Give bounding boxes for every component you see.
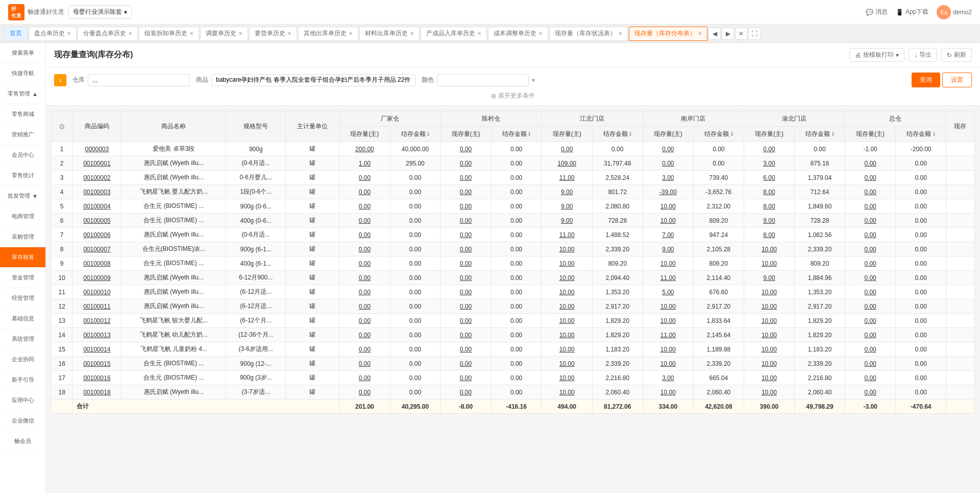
print-button[interactable]: 🖨 按模板打印 ▾ — [849, 48, 904, 62]
goods-input[interactable] — [211, 74, 415, 86]
row-chenxi-qty[interactable]: 0.00 — [440, 271, 492, 285]
row-chenxi-qty[interactable]: 0.00 — [440, 357, 492, 371]
row-code[interactable]: 00100010 — [72, 285, 121, 299]
sidebar-item-retail-mgmt[interactable]: 零售管理 ▲ — [0, 84, 45, 104]
row-jiangbei-qty[interactable]: 10.00 — [542, 371, 593, 385]
row-total-qty[interactable]: 0.00 — [845, 299, 896, 314]
tab-material-out[interactable]: 材料出库单历史 ✕ — [359, 27, 420, 41]
row-factory-qty[interactable]: 0.00 — [339, 314, 390, 328]
sidebar-item-member-plus[interactable]: 畅会员 — [0, 431, 45, 452]
row-chenxi-qty[interactable]: 0.00 — [440, 199, 492, 214]
row-code[interactable]: 0000003 — [72, 142, 121, 156]
row-factory-qty[interactable]: 0.00 — [339, 371, 390, 385]
row-jiangbei-qty[interactable]: 9.00 — [542, 185, 593, 199]
row-nanan-qty[interactable]: -39.00 — [643, 185, 694, 199]
row-factory-qty[interactable]: 0.00 — [339, 357, 390, 371]
row-total-qty[interactable]: 0.00 — [845, 285, 896, 299]
sidebar-item-quick-nav[interactable]: 快捷导航 — [0, 63, 45, 84]
message-btn[interactable]: 💬 消息 — [866, 8, 888, 16]
row-chenxi-qty[interactable]: 0.00 — [440, 142, 492, 156]
row-yubeimen-qty[interactable]: 9.00 — [744, 214, 795, 228]
row-nanan-qty[interactable]: 3.00 — [643, 171, 694, 185]
row-jiangbei-qty[interactable]: 10.00 — [542, 242, 593, 256]
user-profile[interactable]: Ea demo2 — [937, 5, 972, 19]
sidebar-item-inventory-check[interactable]: 库存核算 — [0, 247, 45, 268]
color-input[interactable] — [437, 74, 529, 86]
row-yubeimen-qty[interactable]: 10.00 — [744, 256, 795, 271]
row-factory-qty[interactable]: 0.00 — [339, 271, 390, 285]
export-button[interactable]: ↓ 导出 — [909, 48, 937, 62]
row-total-qty[interactable]: 0.00 — [845, 328, 896, 342]
tab-other-out[interactable]: 其他出库单历史 ✕ — [298, 27, 358, 41]
gear-button[interactable]: ⚙ — [59, 123, 65, 131]
row-total-qty[interactable]: 0.00 — [845, 242, 896, 256]
row-jiangbei-qty[interactable]: 11.00 — [542, 228, 593, 242]
row-factory-qty[interactable]: 1.00 — [339, 156, 390, 171]
row-jiangbei-qty[interactable]: 10.00 — [542, 342, 593, 357]
row-code[interactable]: 00100007 — [72, 242, 121, 256]
close-icon[interactable]: ✕ — [287, 31, 291, 36]
row-jiangbei-qty[interactable]: 10.00 — [542, 271, 593, 285]
row-factory-qty[interactable]: 0.00 — [339, 328, 390, 342]
info-icon[interactable]: ℹ — [933, 131, 935, 137]
row-factory-qty[interactable]: 0.00 — [339, 299, 390, 314]
row-total-qty[interactable]: 0.00 — [845, 199, 896, 214]
row-total-qty[interactable]: 0.00 — [845, 371, 896, 385]
row-code[interactable]: 00100018 — [72, 385, 121, 400]
row-code[interactable]: 00100002 — [72, 171, 121, 185]
row-code[interactable]: 00100014 — [72, 342, 121, 357]
row-jiangbei-qty[interactable]: 109.00 — [542, 156, 593, 171]
row-chenxi-qty[interactable]: 0.00 — [440, 242, 492, 256]
row-code[interactable]: 00100009 — [72, 271, 121, 285]
row-nanan-qty[interactable]: 7.00 — [643, 228, 694, 242]
row-code[interactable]: 00100004 — [72, 199, 121, 214]
settings-button[interactable]: 设置 — [942, 73, 972, 87]
close-icon[interactable]: ✕ — [238, 31, 242, 36]
tab-group-unpack[interactable]: 组装拆卸单历史 ✕ — [139, 27, 199, 41]
row-code[interactable]: 00100016 — [72, 371, 121, 385]
expand-conditions-btn[interactable]: ⊞ 展开更多条件 — [491, 91, 535, 100]
search-button[interactable]: 查询 — [912, 73, 940, 87]
row-chenxi-qty[interactable]: 0.00 — [440, 299, 492, 314]
row-total-qty[interactable]: 0.00 — [845, 156, 896, 171]
row-chenxi-qty[interactable]: 0.00 — [440, 256, 492, 271]
row-nanan-qty[interactable]: 11.00 — [643, 271, 694, 285]
info-icon[interactable]: ℹ — [629, 131, 631, 137]
row-yubeimen-qty[interactable]: 0.00 — [744, 142, 795, 156]
tab-expand-btn[interactable]: ⛶ — [748, 28, 761, 40]
row-code[interactable]: 00100005 — [72, 214, 121, 228]
row-factory-qty[interactable]: 0.00 — [339, 185, 390, 199]
refresh-button[interactable]: ↻ 刷新 — [941, 48, 972, 62]
close-icon[interactable]: ✕ — [410, 31, 414, 36]
row-chenxi-qty[interactable]: 0.00 — [440, 156, 492, 171]
row-yubeimen-qty[interactable]: 3.00 — [744, 156, 795, 171]
sidebar-item-system-mgmt[interactable]: 系统管理 — [0, 329, 45, 349]
row-chenxi-qty[interactable]: 0.00 — [440, 185, 492, 199]
warehouse-input[interactable] — [88, 74, 190, 86]
sidebar-item-member-center[interactable]: 会员中心 — [0, 145, 45, 166]
sidebar-item-ops-mgmt[interactable]: 经营管理 — [0, 288, 45, 309]
sidebar-item-ecommerce-mgmt[interactable]: 电商管理 — [0, 206, 45, 227]
row-nanan-qty[interactable]: 9.00 — [643, 242, 694, 256]
row-nanan-qty[interactable]: 10.00 — [643, 199, 694, 214]
row-code[interactable]: 00100011 — [72, 299, 121, 314]
close-icon[interactable]: ✕ — [618, 31, 622, 36]
row-factory-qty[interactable]: 0.00 — [339, 228, 390, 242]
row-chenxi-qty[interactable]: 0.00 — [440, 285, 492, 299]
sidebar-item-retail-stats[interactable]: 零售统计 — [0, 166, 45, 186]
row-total-qty[interactable]: -1.00 — [845, 142, 896, 156]
info-icon[interactable]: ℹ — [427, 131, 429, 137]
tab-transfer[interactable]: 调拨单历史 ✕ — [200, 27, 248, 41]
filter-toggle-btn[interactable]: › — [54, 74, 66, 86]
row-factory-qty[interactable]: 0.00 — [339, 285, 390, 299]
row-factory-qty[interactable]: 0.00 — [339, 171, 390, 185]
row-yubeimen-qty[interactable]: 10.00 — [744, 242, 795, 256]
sidebar-item-enterprise-wechat[interactable]: 企业微信 — [0, 411, 45, 431]
info-icon[interactable]: ℹ — [731, 131, 733, 137]
row-factory-qty[interactable]: 0.00 — [339, 256, 390, 271]
row-chenxi-qty[interactable]: 0.00 — [440, 171, 492, 185]
row-chenxi-qty[interactable]: 0.00 — [440, 214, 492, 228]
row-chenxi-qty[interactable]: 0.00 — [440, 385, 492, 400]
row-yubeimen-qty[interactable]: 10.00 — [744, 342, 795, 357]
row-nanan-qty[interactable]: 0.00 — [643, 142, 694, 156]
